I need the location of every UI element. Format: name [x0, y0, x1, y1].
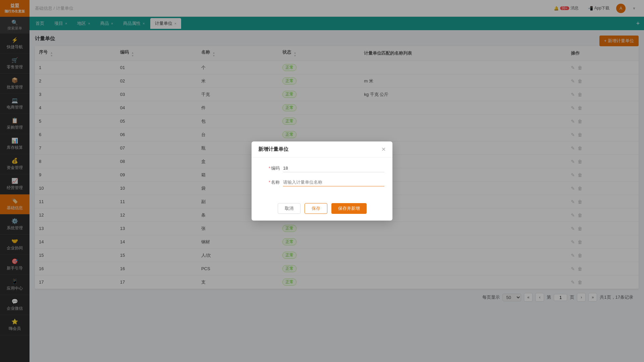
modal-footer: 取消 保存 保存并新增 — [252, 199, 392, 221]
modal-overlay[interactable]: 新增计量单位 ✕ 编码 名称 取消 保存 保存并新增 — [0, 0, 644, 362]
code-input[interactable] — [283, 164, 384, 172]
modal-header: 新增计量单位 ✕ — [252, 141, 392, 158]
modal-close-button[interactable]: ✕ — [381, 147, 386, 152]
cancel-button[interactable]: 取消 — [278, 203, 301, 214]
modal-body: 编码 名称 — [252, 158, 392, 199]
add-unit-modal: 新增计量单位 ✕ 编码 名称 取消 保存 保存并新增 — [252, 141, 392, 221]
save-and-new-button[interactable]: 保存并新增 — [331, 203, 367, 214]
save-button[interactable]: 保存 — [305, 203, 327, 214]
form-row-code: 编码 — [260, 164, 384, 172]
name-label: 名称 — [260, 179, 280, 185]
form-row-name: 名称 — [260, 178, 384, 186]
modal-title: 新增计量单位 — [258, 146, 288, 153]
name-input[interactable] — [283, 178, 384, 186]
code-label: 编码 — [260, 165, 280, 171]
